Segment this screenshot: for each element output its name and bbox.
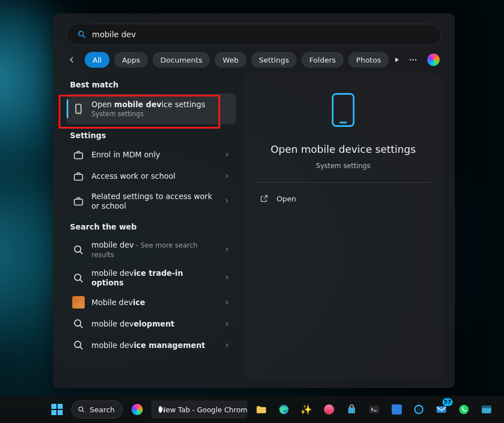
web-result-title: Mobile device — [91, 298, 217, 307]
tab-documents[interactable]: Documents — [152, 52, 210, 68]
taskbar-search-label: Search — [90, 406, 115, 414]
svg-line-21 — [82, 411, 84, 412]
overflow-menu-icon[interactable] — [405, 52, 421, 68]
start-search-panel: All Apps Documents Web Settings Folders … — [53, 14, 455, 388]
chevron-right-icon — [223, 319, 230, 329]
web-result[interactable]: Mobile device — [67, 292, 236, 313]
chevron-right-icon — [223, 340, 230, 351]
chevron-right-icon — [223, 149, 230, 160]
search-input[interactable] — [92, 30, 431, 39]
section-header-best-match: Best match — [70, 80, 236, 89]
search-icon — [72, 339, 85, 351]
detail-preview-card: Open mobile device settings System setti… — [245, 73, 441, 379]
svg-rect-23 — [348, 407, 355, 413]
image-thumbnail-icon — [72, 296, 85, 309]
bag-icon — [347, 404, 357, 415]
tab-more-play-icon[interactable] — [393, 52, 401, 68]
tab-folders[interactable]: Folders — [301, 52, 344, 68]
edge-icon — [278, 404, 290, 415]
svg-point-16 — [74, 342, 81, 348]
svg-line-17 — [80, 347, 82, 349]
svg-line-11 — [80, 252, 82, 254]
svg-point-26 — [418, 408, 421, 411]
svg-rect-7 — [74, 153, 83, 158]
settings-result-title: Access work or school — [91, 171, 217, 181]
settings-result-title: Related settings to access work or schoo… — [91, 192, 217, 211]
chevron-right-icon — [223, 297, 230, 308]
terminal-icon — [369, 404, 380, 415]
svg-rect-9 — [74, 199, 83, 205]
taskbar-window-label: New Tab - Google Chrom — [160, 406, 247, 414]
svg-rect-18 — [332, 94, 353, 126]
detail-subtitle: System settings — [316, 162, 370, 170]
folder-icon — [256, 404, 267, 415]
settings-result[interactable]: Access work or school — [67, 166, 236, 187]
svg-point-12 — [74, 274, 81, 280]
taskbar-app-edge[interactable] — [275, 400, 292, 418]
star-icon: ✨ — [300, 404, 312, 415]
best-match-result[interactable]: Open mobile device settings System setti… — [67, 94, 236, 124]
svg-point-3 — [413, 59, 414, 60]
web-result[interactable]: mobile development — [67, 313, 236, 334]
tab-all[interactable]: All — [85, 52, 109, 68]
tab-apps[interactable]: Apps — [114, 52, 148, 68]
settings-result-title: Enrol in MDM only — [91, 150, 217, 160]
tab-web[interactable]: Web — [214, 52, 246, 68]
section-header-search-web: Search the web — [70, 222, 236, 231]
taskbar-app-terminal[interactable] — [366, 400, 383, 418]
taskbar: Search New Tab - Google Chrom ✨ 57 — [0, 396, 504, 423]
svg-rect-8 — [74, 174, 83, 180]
start-button[interactable] — [49, 400, 65, 418]
svg-rect-30 — [482, 406, 492, 408]
tab-settings[interactable]: Settings — [251, 52, 297, 68]
chevron-right-icon — [223, 244, 230, 255]
whatsapp-icon — [458, 404, 470, 415]
settings-result[interactable]: Related settings to access work or schoo… — [67, 187, 236, 215]
briefcase-icon — [72, 195, 85, 208]
best-match-title: Open mobile device settings — [91, 100, 230, 109]
section-header-settings: Settings — [70, 131, 236, 140]
taskbar-app-whatsapp[interactable] — [455, 400, 472, 418]
briefcase-icon — [72, 149, 85, 161]
taskbar-window-chrome[interactable]: New Tab - Google Chrom — [151, 400, 247, 418]
taskbar-search[interactable]: Search — [71, 400, 124, 418]
search-icon — [72, 318, 85, 330]
taskbar-app-generic-4[interactable] — [410, 400, 427, 418]
phone-icon — [72, 103, 85, 115]
tab-photos[interactable]: Photos — [348, 52, 389, 68]
web-result-title: mobile development — [91, 319, 217, 329]
square-icon — [392, 404, 402, 415]
taskbar-app-generic-5[interactable] — [478, 400, 495, 418]
svg-point-20 — [78, 407, 82, 411]
taskbar-app-explorer[interactable] — [253, 400, 270, 418]
detail-action-open[interactable]: Open — [256, 188, 430, 209]
taskbar-app-generic-1[interactable]: ✨ — [298, 400, 315, 418]
mobile-device-hero-icon — [330, 92, 356, 130]
settings-result[interactable]: Enrol in MDM only — [67, 144, 236, 166]
taskbar-app-mail[interactable]: 57 — [433, 400, 450, 418]
chevron-right-icon — [223, 196, 230, 206]
taskbar-app-store[interactable] — [343, 400, 360, 418]
svg-point-4 — [415, 59, 416, 60]
taskbar-app-copilot[interactable] — [129, 400, 146, 418]
detail-action-label: Open — [277, 195, 296, 203]
back-arrow-icon[interactable] — [67, 54, 79, 66]
taskbar-app-generic-3[interactable] — [388, 400, 405, 418]
search-icon — [77, 30, 86, 39]
search-input-container[interactable] — [67, 24, 441, 45]
svg-point-14 — [74, 320, 81, 327]
chevron-right-icon — [223, 272, 230, 283]
web-result[interactable]: mobile device trade-in options — [67, 264, 236, 292]
taskbar-app-generic-2[interactable] — [321, 400, 338, 418]
web-result-title: mobile device management — [91, 341, 217, 350]
filter-tabs: All Apps Documents Web Settings Folders … — [67, 52, 441, 68]
briefcase-icon — [72, 170, 85, 183]
circle-icon — [324, 404, 334, 415]
svg-point-28 — [459, 405, 469, 415]
results-column: Best match Open mobile device settings S… — [67, 73, 236, 379]
copilot-icon[interactable] — [426, 52, 441, 68]
svg-point-10 — [74, 246, 81, 252]
web-result[interactable]: mobile device management — [67, 334, 236, 356]
web-result[interactable]: mobile dev - See more search results — [67, 236, 236, 264]
detail-title: Open mobile device settings — [270, 143, 415, 155]
